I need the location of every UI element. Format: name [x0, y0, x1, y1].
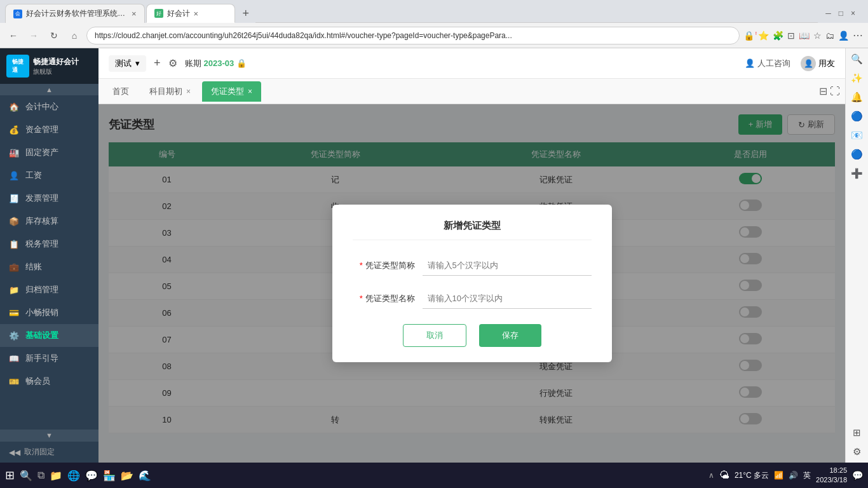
right-search-icon[interactable]: 🔍	[851, 53, 863, 65]
settings-gear-icon[interactable]: ⚙	[168, 57, 177, 69]
extensions-btn[interactable]: 🧩	[773, 30, 783, 41]
tab-fullscreen-icon[interactable]: ⛶	[830, 86, 840, 97]
modal-overlay: 新增凭证类型 * 凭证类型简称 * 凭证类型名称	[98, 104, 845, 463]
unpin-btn[interactable]: ◀◀ 取消固定	[0, 441, 98, 463]
address-input[interactable]	[86, 27, 740, 44]
right-notify-icon[interactable]: 🔔	[851, 92, 863, 103]
app-container: 畅捷通 畅捷通好会计 旗舰版 ▲ 🏠 会计中心 💰 资金管理 🏭 固定资产	[0, 48, 868, 463]
voucher-type-tab-close[interactable]: ×	[248, 87, 252, 96]
taskbar-wechat-icon[interactable]: 💬	[85, 470, 98, 482]
right-add-icon[interactable]: ➕	[851, 168, 863, 179]
sidebar-item-inventory[interactable]: 📦 库存核算	[0, 210, 98, 233]
right-settings-icon[interactable]: ⚙	[853, 446, 861, 458]
taskbar-search-icon[interactable]: 🔍	[20, 470, 32, 482]
sidebar-item-settings[interactable]: ⚙️ 基础设置	[0, 324, 98, 347]
sidebar-item-close[interactable]: 💼 结账	[0, 255, 98, 278]
browser-tab-1[interactable]: 会 好会计云财务软件管理系统_会计 ×	[5, 4, 145, 23]
page-tabs: 首页 科目期初 × 凭证类型 × ⊟ ⛶	[98, 79, 845, 104]
right-grid-icon[interactable]: ⊞	[853, 427, 861, 438]
right-ai-icon[interactable]: ✨	[851, 72, 863, 84]
taskbar-explorer-icon[interactable]: 📁	[50, 470, 62, 482]
cancel-button[interactable]: 取消	[403, 324, 466, 347]
close-btn[interactable]: ×	[848, 9, 858, 18]
consult-btn[interactable]: 👤 人工咨询	[745, 58, 790, 69]
tab2-close[interactable]: ×	[194, 9, 199, 18]
forward-btn[interactable]: →	[25, 27, 42, 44]
sidebar-item-salary[interactable]: 👤 工资	[0, 164, 98, 187]
user-name: 用友	[818, 58, 835, 69]
tab-subject-init[interactable]: 科目期初 ×	[140, 81, 200, 102]
sidebar-item-guide[interactable]: 📖 新手引导	[0, 347, 98, 370]
voucher-type-tab-label: 凭证类型	[211, 86, 244, 97]
security-icon: 🔒!	[743, 30, 754, 41]
windows-start-icon[interactable]: ⊞	[5, 468, 15, 482]
guide-icon: 📖	[9, 354, 20, 363]
taskbar-store-icon[interactable]: 🏪	[103, 470, 116, 482]
maximize-btn[interactable]: □	[836, 9, 846, 18]
sidebar-item-funds[interactable]: 💰 资金管理	[0, 118, 98, 141]
reading-view-icon[interactable]: 📖	[799, 30, 810, 41]
address-bar: ← → ↻ ⌂ 🔒! ⭐ 🧩 ⊡ 📖 ☆ 🗂 👤 ⋯	[0, 23, 868, 48]
sidebar-item-member[interactable]: 🎫 畅会员	[0, 370, 98, 393]
bookmark-icon[interactable]: ⭐	[758, 30, 769, 41]
right-blue2-icon[interactable]: 🔵	[851, 149, 863, 160]
scroll-down-btn[interactable]: ▼	[0, 430, 98, 441]
consult-label: 人工咨询	[757, 58, 790, 69]
sidebar-logo[interactable]: 畅捷通 畅捷通好会计 旗舰版	[0, 48, 98, 84]
tab-minimize-icon[interactable]: ⊟	[819, 85, 827, 97]
favorites-icon[interactable]: ☆	[813, 30, 822, 41]
sidebar-item-assets[interactable]: 🏭 固定资产	[0, 141, 98, 164]
sidebar-item-expense[interactable]: 💳 小畅报销	[0, 301, 98, 324]
browser-tab-2[interactable]: 好 好会计 ×	[146, 4, 235, 23]
more-btn[interactable]: ⋯	[853, 29, 863, 41]
close-label: 结账	[25, 261, 42, 273]
taskbar-files-icon[interactable]: 📂	[121, 470, 133, 482]
right-blue1-icon[interactable]: 🔵	[851, 111, 863, 122]
period-info: 账期 2023-03 🔒	[185, 58, 247, 69]
profile-icon[interactable]: 👤	[838, 30, 849, 41]
tab2-favicon: 好	[154, 9, 163, 18]
taskbar-edge2-icon[interactable]: 🌊	[139, 470, 151, 482]
tab1-close[interactable]: ×	[132, 9, 137, 18]
notification-icon[interactable]: 💬	[852, 470, 863, 480]
tab-bar: 会 好会计云财务软件管理系统_会计 × 好 好会计 × + ─ □ ×	[0, 0, 868, 23]
main-content: 测试 ▾ + ⚙ 账期 2023-03 🔒 👤 人工咨询 👤 用友	[98, 48, 845, 463]
invoice-icon: 🧾	[9, 194, 20, 203]
split-view-icon[interactable]: ⊡	[787, 30, 795, 41]
sound-icon[interactable]: 🔊	[789, 471, 798, 480]
subject-init-tab-label: 科目期初	[149, 86, 182, 97]
taskbar-multiview-icon[interactable]: ⧉	[37, 470, 44, 481]
save-button[interactable]: 保存	[479, 324, 541, 347]
tax-label: 税务管理	[25, 238, 58, 250]
name-input[interactable]	[423, 288, 592, 309]
scroll-up-btn[interactable]: ▲	[0, 84, 98, 95]
taskbar-edge-icon[interactable]: 🌐	[67, 470, 80, 482]
minimize-btn[interactable]: ─	[823, 9, 834, 18]
subject-init-tab-close[interactable]: ×	[186, 87, 191, 96]
clock[interactable]: 18:25 2023/3/18	[816, 466, 847, 485]
user-info[interactable]: 👤 用友	[801, 56, 835, 71]
logo-text: 畅捷通好会计	[33, 57, 79, 67]
taskbar-up-arrow[interactable]: ∧	[709, 471, 714, 480]
back-btn[interactable]: ←	[5, 27, 22, 44]
workspace-selector[interactable]: 测试 ▾	[109, 55, 146, 72]
sidebar-item-invoice[interactable]: 🧾 发票管理	[0, 187, 98, 210]
new-tab-btn[interactable]: +	[236, 4, 256, 23]
sidebar-item-dashboard[interactable]: 🏠 会计中心	[0, 95, 98, 118]
add-workspace-btn[interactable]: +	[154, 57, 161, 70]
tab-voucher-type[interactable]: 凭证类型 ×	[202, 81, 261, 102]
right-mail-icon[interactable]: 📧	[851, 130, 863, 141]
abbr-input[interactable]	[423, 255, 592, 276]
homepage-tab-label: 首页	[112, 86, 129, 97]
sidebar-item-archive[interactable]: 📁 归档管理	[0, 278, 98, 301]
modal-title: 新增凭证类型	[353, 220, 592, 240]
home-btn[interactable]: ⌂	[66, 27, 83, 44]
sidebar-item-tax[interactable]: 📋 税务管理	[0, 233, 98, 255]
reload-btn[interactable]: ↻	[46, 27, 62, 44]
tab-homepage[interactable]: 首页	[104, 81, 138, 102]
consult-icon: 👤	[745, 58, 755, 68]
modal-actions: 取消 保存	[353, 324, 592, 347]
collections-icon[interactable]: 🗂	[825, 30, 834, 41]
app-topbar: 测试 ▾ + ⚙ 账期 2023-03 🔒 👤 人工咨询 👤 用友	[98, 48, 845, 79]
topbar-right: 👤 人工咨询 👤 用友	[745, 56, 835, 71]
